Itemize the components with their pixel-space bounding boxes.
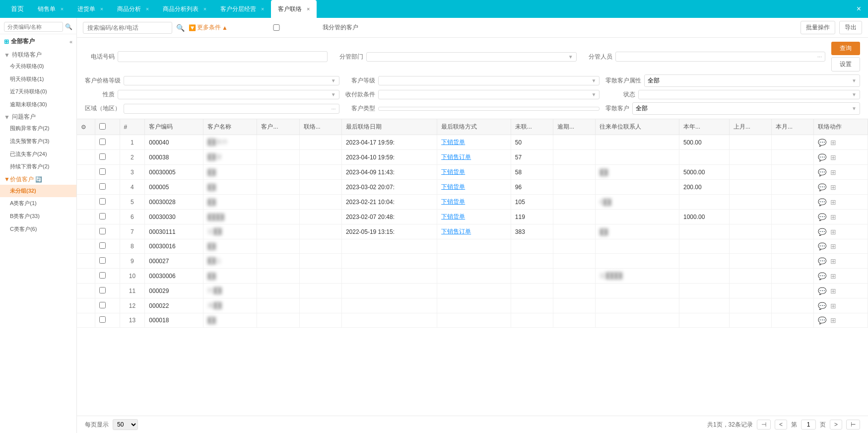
row-checkbox[interactable] [95,254,120,269]
row-select-checkbox[interactable] [99,153,106,160]
nav-tab-5[interactable]: 客户联络 × [271,0,317,18]
nav-tab-3[interactable]: 商品分析列表 × [156,0,213,18]
filter-phone-input[interactable] [118,51,328,62]
sidebar-search-icon[interactable]: 🔍 [65,23,72,30]
grid-action-icon[interactable]: ⊞ [830,257,836,265]
close-tab-4-icon[interactable]: × [261,6,264,12]
type-header[interactable]: 客户... [257,119,299,135]
sidebar-group-pending[interactable]: ▼ 待联络客户 [0,49,76,60]
row-checkbox[interactable] [95,313,120,328]
row-select-checkbox[interactable] [99,287,106,293]
sidebar-item-declining[interactable]: 持续下滑客户(2) [0,160,76,173]
grid-action-icon[interactable]: ⊞ [830,213,836,221]
nav-tab-2[interactable]: 商品分析 × [110,0,156,18]
row-last-contact-method[interactable]: 下销货单 [437,135,511,150]
row-last-contact-method[interactable]: 下销货单 [437,195,511,210]
sidebar-all-customers[interactable]: ⊞ 全部客户 « [0,34,76,49]
row-last-contact-method[interactable] [437,298,511,313]
row-checkbox[interactable] [95,150,120,165]
grid-action-icon[interactable]: ⊞ [830,287,836,295]
export-button[interactable]: 导出 [839,21,862,34]
checkbox-header[interactable] [95,119,120,135]
grid-action-icon[interactable]: ⊞ [830,139,836,146]
chat-icon[interactable]: 💬 [818,287,826,295]
page-input[interactable] [801,420,816,430]
close-tab-2-icon[interactable]: × [146,6,149,12]
select-all-checkbox[interactable] [99,123,106,130]
sidebar-item-abnormal[interactable]: 囤购异常客户(2) [0,122,76,135]
contact-header[interactable]: 联络... [299,119,341,135]
chat-icon[interactable]: 💬 [818,139,826,146]
last-contact-date-header[interactable]: 最后联络日期 [341,119,437,135]
close-tab-0-icon[interactable]: × [61,6,64,12]
row-select-checkbox[interactable] [99,242,106,249]
row-select-checkbox[interactable] [99,272,106,279]
chat-icon[interactable]: 💬 [818,213,826,221]
last-page-button[interactable]: ⊢ [846,420,860,430]
more-conditions-button[interactable]: 🔽 更多条件 ▲ [189,23,228,32]
row-select-checkbox[interactable] [99,168,106,175]
more-button[interactable]: ··· [817,54,822,60]
filter-retail-cust-select[interactable]: 全部 ▼ [632,102,860,115]
sidebar-item-class-b[interactable]: B类客户(33) [0,210,76,223]
filter-dept-select[interactable]: ▼ [366,52,576,62]
chat-icon[interactable]: 💬 [818,242,826,250]
chat-icon[interactable]: 💬 [818,198,826,206]
sidebar-item-tomorrow[interactable]: 明天待联络(1) [0,73,76,86]
row-checkbox[interactable] [95,135,120,150]
filter-nature-select[interactable]: ▼ [118,90,339,99]
last-contact-method-header[interactable]: 最后联络方式 [437,119,511,135]
window-close-button[interactable]: × [854,4,864,13]
filter-payment-select[interactable]: ▼ [378,90,600,99]
per-page-select[interactable]: 50 100 [113,419,138,430]
filter-search-icon[interactable]: 🔍 [176,24,185,32]
row-last-contact-method[interactable] [437,313,511,328]
filter-status-select[interactable]: ▼ [638,90,860,99]
row-last-contact-method[interactable]: 下销售订单 [437,224,511,239]
sidebar-item-overdue[interactable]: 逾期未联络(30) [0,98,76,111]
row-last-contact-method[interactable]: 下销货单 [437,180,511,195]
row-select-checkbox[interactable] [99,257,106,264]
overdue-header[interactable]: 逾期... [553,119,596,135]
sidebar-item-ungrouped[interactable]: 未分组(32) [0,185,76,198]
row-checkbox[interactable] [95,284,120,298]
sidebar-item-class-a[interactable]: A类客户(1) [0,197,76,210]
chat-icon[interactable]: 💬 [818,168,826,176]
grid-action-icon[interactable]: ⊞ [830,153,836,161]
sidebar-search-input[interactable] [4,22,63,32]
nav-tab-4[interactable]: 客户分层经营 × [213,0,271,18]
grid-action-icon[interactable]: ⊞ [830,302,836,310]
row-checkbox[interactable] [95,269,120,284]
sidebar-group-problem[interactable]: ▼ 问题客户 [0,111,76,122]
batch-op-button[interactable]: 批量操作 [801,21,835,34]
row-select-checkbox[interactable] [99,316,106,323]
row-checkbox[interactable] [95,239,120,254]
filter-price-level-select[interactable]: ▼ [124,76,339,85]
sidebar-item-churn-warning[interactable]: 流失预警客户(3) [0,135,76,148]
grid-action-icon[interactable]: ⊞ [830,168,836,176]
row-checkbox[interactable] [95,165,120,180]
sidebar-item-churned[interactable]: 已流失客户(24) [0,148,76,161]
chat-icon[interactable]: 💬 [818,302,826,310]
settings-icon[interactable]: ⚙ [81,124,86,131]
chat-icon[interactable]: 💬 [818,257,826,265]
row-last-contact-method[interactable] [437,269,511,284]
row-last-contact-method[interactable]: 下销货单 [437,165,511,180]
query-button[interactable]: 查询 [831,42,860,55]
grid-action-icon[interactable]: ⊞ [830,272,836,280]
this-month-header[interactable]: 本月... [772,119,814,135]
grid-action-icon[interactable]: ⊞ [830,198,836,206]
row-select-checkbox[interactable] [99,228,106,234]
region-more-btn[interactable]: ··· [332,106,336,112]
grid-action-icon[interactable]: ⊞ [830,242,836,250]
chat-icon[interactable]: 💬 [818,153,826,161]
row-checkbox[interactable] [95,210,120,224]
row-checkbox[interactable] [95,224,120,239]
code-header[interactable]: 客户编码 [145,119,203,135]
filter-level-select[interactable]: ▼ [378,76,600,85]
refresh-icon[interactable]: 🔄 [35,176,42,183]
chat-icon[interactable]: 💬 [818,228,826,236]
sidebar-item-class-c[interactable]: C类客户(6) [0,223,76,236]
row-last-contact-method[interactable] [437,254,511,269]
nav-tab-1[interactable]: 进货单 × [70,0,110,18]
